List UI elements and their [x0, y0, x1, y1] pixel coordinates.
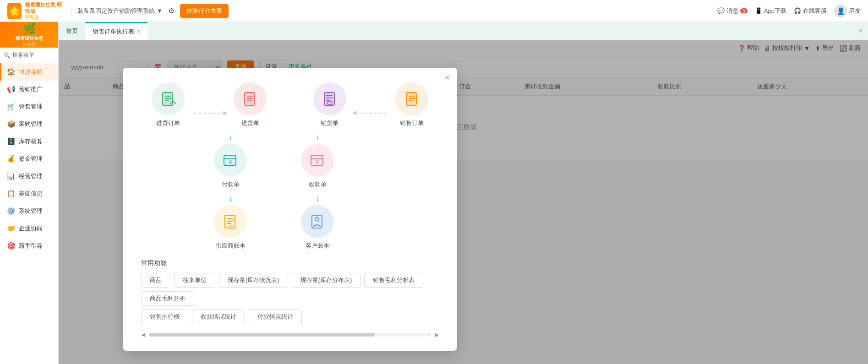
system-title-btn[interactable]: 装备及固定资产辅助管理系统 ▼	[77, 7, 163, 15]
top-bar: 🌟 畅康通好生意 旺旺版 旺旺版 装备及固定资产辅助管理系统 ▼ ⚙ 体验行业方…	[0, 0, 868, 22]
app-logo-subtext: 旺旺版	[25, 14, 66, 20]
scrollbar-track[interactable]	[149, 333, 431, 337]
quick-panel: ×	[123, 68, 457, 351]
sidebar-item-label: 采购管理	[19, 120, 43, 128]
scroll-left-icon[interactable]: ◀	[141, 331, 145, 338]
enterprise-icon: 🤝	[7, 224, 15, 233]
func-btn-product-margin[interactable]: 商品毛利分析	[141, 291, 194, 306]
node-payment-label: 付款单	[222, 180, 240, 189]
settings-icon[interactable]: ⚙	[168, 6, 175, 15]
sales-icon: 🛒	[7, 103, 15, 111]
base-info-icon: 📋	[7, 190, 15, 198]
node-customer-ledger[interactable]: ↓ 客户账本	[288, 192, 347, 250]
sidebar-item-label: 销售管理	[19, 103, 43, 111]
svg-text:¥: ¥	[316, 160, 319, 165]
top-bar-actions: 💬 消息 5 📱 App下载 🎧 在线客服 👤 用友	[717, 5, 861, 17]
sidebar-item-base-info[interactable]: 📋 基础信息	[0, 185, 58, 202]
sidebar-item-label: 经营管理	[19, 172, 43, 180]
func-btn-payment-stats[interactable]: 付款情况统计	[249, 310, 302, 324]
app-download-btn[interactable]: 📱 App下载	[755, 7, 786, 15]
func-btn-stock-dist[interactable]: 现存量(库存分布表)	[292, 273, 361, 288]
sidebar-item-purchase[interactable]: 📦 采购管理	[0, 115, 58, 133]
avatar: 👤	[834, 5, 847, 17]
sidebar-item-sales[interactable]: 🛒 销售管理	[0, 98, 58, 115]
func-btn-sales-margin[interactable]: 销售毛利分析表	[364, 273, 423, 288]
message-label: 消息	[726, 7, 738, 15]
func-btn-partner[interactable]: 往来单位	[174, 273, 215, 288]
sidebar-item-sys-mgmt[interactable]: ⚙️ 系统管理	[0, 202, 58, 220]
tab-home-label: 首页	[66, 27, 78, 35]
try-industry-btn[interactable]: 体验行业方案	[180, 4, 229, 18]
sidebar-item-label: 系统管理	[19, 207, 43, 215]
scrollbar-thumb	[149, 333, 375, 337]
node-purchase-bill[interactable]: 进货单	[223, 82, 278, 127]
divider	[71, 5, 72, 16]
search-menu-btn[interactable]: 🔍 搜索菜单	[0, 48, 58, 63]
purchase-icon: 📦	[7, 120, 15, 128]
func-btn-receipt-stats[interactable]: 收款情况统计	[192, 310, 245, 324]
app-logo-text: 畅康通好生意 旺旺版	[25, 2, 66, 14]
sidebar-item-label: 资金管理	[19, 155, 43, 163]
sidebar-item-guide[interactable]: 🎯 新手引导	[0, 237, 58, 255]
sidebar-item-finance[interactable]: 💰 资金管理	[0, 150, 58, 168]
inventory-icon: 🗄️	[7, 137, 15, 146]
user-btn[interactable]: 👤 用友	[834, 5, 861, 17]
message-btn[interactable]: 💬 消息 5	[717, 7, 748, 15]
tab-bar: 首页 销售订单执行表 × ×	[59, 22, 868, 40]
content-area: 首页 销售订单执行表 × × ❓ 帮助	[59, 22, 868, 364]
node-receipt-label: 收款单	[309, 180, 327, 189]
func-btn-product[interactable]: 商品	[141, 273, 170, 288]
sidebar-item-label: 营销推广	[19, 85, 43, 93]
close-all-tabs-btn[interactable]: ×	[858, 27, 863, 35]
panel-scrollbar: ◀ ▶	[141, 331, 439, 338]
func-btn-stock-status[interactable]: 现存量(库存状况表)	[219, 273, 288, 288]
down-arrow-icon4: ↓	[316, 192, 319, 205]
flow-row-3: ↓ 供应商账本	[141, 192, 439, 250]
app-container: 🌟 畅康通好生意 旺旺版 旺旺版 装备及固定资产辅助管理系统 ▼ ⚙ 体验行业方…	[0, 0, 868, 364]
flow-row-2: ↓ ¥ 付款单	[141, 131, 439, 189]
node-sales-order[interactable]: 销售订单	[384, 82, 439, 127]
online-service-btn[interactable]: 🎧 在线客服	[794, 7, 827, 15]
node-purchase-bill-label: 进货单	[241, 119, 259, 127]
logo-section: 🌟 畅康通好生意 旺旺版 旺旺版	[7, 2, 66, 19]
func-btn-sales-rank[interactable]: 销售排行榜	[141, 310, 188, 324]
dropdown-arrow-icon: ▼	[157, 7, 163, 14]
sidebar-item-operations[interactable]: 📊 经营管理	[0, 168, 58, 185]
phone-icon: 📱	[755, 7, 762, 14]
headset-icon: 🎧	[794, 7, 801, 14]
svg-rect-10	[324, 92, 334, 105]
quick-panel-close-btn[interactable]: ×	[445, 73, 450, 83]
node-sales-bill-label: 销货单	[321, 119, 338, 127]
svg-point-33	[315, 217, 319, 221]
empty-space1	[141, 131, 201, 189]
sidebar-item-label: 库存核算	[19, 137, 43, 146]
sidebar-item-enterprise[interactable]: 🤝 企业协同	[0, 220, 58, 237]
empty-space4	[260, 192, 288, 250]
svg-text:¥: ¥	[229, 160, 232, 165]
empty-space3	[141, 192, 201, 250]
sidebar-item-label: 快捷导航	[19, 68, 43, 76]
search-menu-label: 搜索菜单	[12, 51, 34, 59]
sidebar-item-inventory[interactable]: 🗄️ 库存核算	[0, 133, 58, 150]
online-service-label: 在线客服	[803, 7, 827, 15]
tab-sales-order-exec[interactable]: 销售订单执行表 ×	[85, 22, 147, 40]
sidebar-logo-version: 旺旺版	[16, 42, 43, 48]
main-area: 🌿 畅康通好生意 旺旺版 🔍 搜索菜单 🏠 快捷导航 📢 营销推广 🛒 销售管理	[0, 22, 868, 364]
node-purchase-order[interactable]: 进货订单	[141, 82, 196, 127]
arrow-down-sales: ↓ ¥ 收款单	[288, 131, 347, 189]
scroll-right-icon[interactable]: ▶	[435, 331, 439, 338]
node-sales-bill[interactable]: 销货单	[302, 82, 357, 127]
sidebar-item-marketing[interactable]: 📢 营销推广	[0, 81, 58, 98]
sidebar-item-label: 新手引导	[19, 242, 43, 250]
message-icon: 💬	[717, 7, 725, 14]
tab-home[interactable]: 首页	[59, 22, 85, 40]
user-name: 用友	[849, 7, 861, 15]
down-arrow-icon3: ↓	[229, 192, 232, 205]
tab-close-icon[interactable]: ×	[137, 28, 140, 35]
sidebar-item-quick-nav[interactable]: 🏠 快捷导航	[0, 63, 58, 81]
app-logo-icon: 🌟	[9, 5, 20, 16]
node-supplier-ledger[interactable]: ↓ 供应商账本	[201, 192, 260, 250]
tab-sales-order-exec-label: 销售订单执行表	[93, 27, 134, 36]
sys-icon: ⚙️	[7, 207, 15, 215]
down-arrow-icon1: ↓	[229, 131, 232, 144]
